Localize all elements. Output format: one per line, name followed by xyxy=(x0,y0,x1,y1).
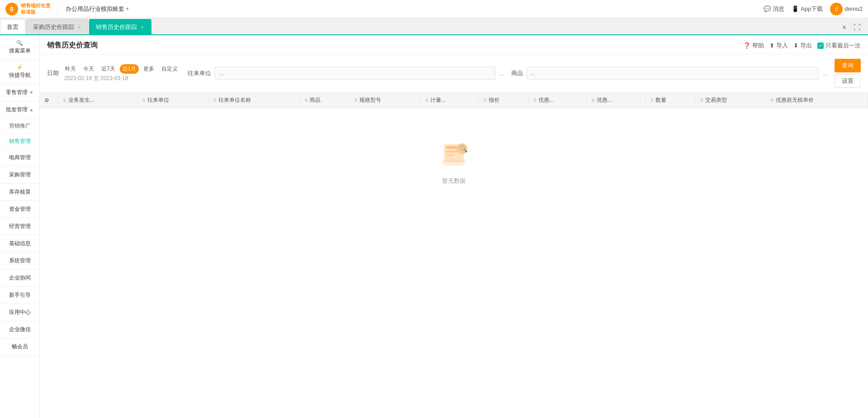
sidebar-item-label: 资金管理 xyxy=(9,205,31,213)
settings-button[interactable]: 设置 xyxy=(835,74,861,88)
partner-input[interactable] xyxy=(215,67,495,80)
partner-dots-btn[interactable]: ... xyxy=(499,70,504,77)
sidebar-item-app-center[interactable]: 应用中心 xyxy=(0,304,39,321)
th-unit[interactable]: ⇅ 计量... xyxy=(420,93,478,108)
product-filter-group: 商品 ... xyxy=(511,67,827,80)
only-last-checkbox[interactable]: ✓ 只看最后一次 xyxy=(817,42,861,50)
th-quantity-label: 数量 xyxy=(656,96,666,104)
export-btn[interactable]: ⬇ 导出 xyxy=(793,42,812,50)
th-quoted-price-label: 报价 xyxy=(489,96,500,104)
th-discount1[interactable]: ⇅ 优惠... xyxy=(528,93,586,108)
th-quantity[interactable]: ⇅ 数量 xyxy=(645,93,695,108)
help-btn[interactable]: ❓ 帮助 xyxy=(743,42,764,50)
user-action[interactable]: d demo2 xyxy=(830,3,863,15)
th-quoted-price[interactable]: ⇅ 报价 xyxy=(478,93,528,108)
app-download-label: App下载 xyxy=(801,5,823,13)
th-pre-tax-price[interactable]: ⇅ 优惠前无税单价 xyxy=(766,93,868,108)
app-download-action[interactable]: 📱 App下载 xyxy=(792,5,823,13)
sidebar-item-inventory-check[interactable]: 库存核算 xyxy=(0,184,39,201)
user-label: demo2 xyxy=(844,5,863,12)
export-label: 导出 xyxy=(800,42,812,50)
sort-icon: ⇅ xyxy=(213,98,217,103)
th-trade-type-label: 交易类型 xyxy=(705,96,727,104)
th-unit-label: 计量... xyxy=(430,96,446,104)
sidebar-item-new-guide[interactable]: 新手引导 xyxy=(0,287,39,304)
sidebar-item-ecommerce-mgmt[interactable]: 电商管理 xyxy=(0,149,39,166)
workspace-selector[interactable]: 办公用品行业模拟账套 ▾ xyxy=(66,5,129,13)
product-input[interactable] xyxy=(527,67,819,80)
th-spec[interactable]: ⇅ 规格型号 xyxy=(349,93,420,108)
sidebar-item-member[interactable]: 畅会员 xyxy=(0,338,39,356)
import-icon: ⬆ xyxy=(769,42,774,49)
tab-purchase-history-label: 采购历史价跟踪 xyxy=(33,23,74,31)
tab-home[interactable]: 首页 xyxy=(0,19,25,34)
th-biz-date[interactable]: ⇅ 业务发生... xyxy=(58,93,137,108)
content-area: 销售历史价查询 ❓ 帮助 ⬆ 导入 ⬇ 导出 ✓ xyxy=(40,35,868,418)
th-partner-code-label: 往来单位 xyxy=(147,96,169,104)
sidebar-item-wholesale-mgmt[interactable]: 批发管理 ▲ xyxy=(0,101,39,119)
th-pre-tax-price-label: 优惠前无税单价 xyxy=(776,96,814,104)
only-last-label: 只看最后一次 xyxy=(826,42,861,50)
sort-icon: ⇅ xyxy=(483,98,487,103)
tab-purchase-history[interactable]: 采购历史价跟踪 × xyxy=(26,19,88,34)
sidebar-item-label: 搜索菜单 xyxy=(9,47,31,55)
svg-text:🔍: 🔍 xyxy=(460,145,468,153)
header-left: 6 销售端好生意 标准版 办公用品行业模拟账套 ▾ xyxy=(5,3,129,15)
th-partner-name[interactable]: ⇅ 往来单位名称 xyxy=(208,93,300,108)
tab-sales-history[interactable]: 销售历史价跟踪 × xyxy=(89,19,151,34)
empty-state-icon: 🔍 xyxy=(436,135,472,171)
sidebar-item-purchase-mgmt[interactable]: 采购管理 xyxy=(0,166,39,184)
window-maximize-btn[interactable]: ⛶ xyxy=(852,23,863,33)
sidebar-item-label: 基础信息 xyxy=(9,240,31,247)
sidebar-item-enterprise-collab[interactable]: 企业协同 xyxy=(0,270,39,287)
tab-home-label: 首页 xyxy=(7,23,19,31)
search-menu-icon: 🔍 xyxy=(16,40,23,46)
partner-filter-group: 往来单位 ... xyxy=(188,67,504,80)
th-trade-type[interactable]: ⇅ 交易类型 xyxy=(695,93,765,108)
sidebar-item-label: 系统管理 xyxy=(9,257,31,265)
table-header: ⚙ ⇅ 业务发生... ⇅ 往来单 xyxy=(40,93,868,108)
query-button[interactable]: 查询 xyxy=(835,59,861,72)
sort-icon: ⇅ xyxy=(533,98,537,103)
tab-sales-history-close[interactable]: × xyxy=(140,24,144,31)
sidebar-item-basic-info[interactable]: 基础信息 xyxy=(0,235,39,252)
th-gear[interactable]: ⚙ xyxy=(40,93,58,108)
sort-icon: ⇅ xyxy=(425,98,429,103)
date-btn-1month[interactable]: 近1月 xyxy=(120,64,139,74)
date-btn-today[interactable]: 今天 xyxy=(80,64,97,74)
th-product[interactable]: ⇅ 商品 xyxy=(300,93,349,108)
empty-text: 暂无数据 xyxy=(442,177,466,185)
th-partner-code[interactable]: ⇅ 往来单位 xyxy=(137,93,208,108)
sidebar-item-marketing[interactable]: 营销推广 xyxy=(0,119,39,134)
sidebar-item-quick-nav[interactable]: ⚡ 快捷导航 xyxy=(0,60,39,84)
sidebar-item-operation-mgmt[interactable]: 经营管理 xyxy=(0,218,39,235)
date-btn-yesterday[interactable]: 昨天 xyxy=(62,64,79,74)
action-buttons: 查询 设置 xyxy=(835,59,861,88)
sidebar-item-enterprise-wechat[interactable]: 企业微信 xyxy=(0,321,39,338)
product-dots-btn[interactable]: ... xyxy=(822,70,827,77)
help-label: 帮助 xyxy=(752,42,764,50)
message-action[interactable]: 💬 消息 xyxy=(764,5,784,13)
sidebar-item-retail-mgmt[interactable]: 零售管理 ▼ xyxy=(0,84,39,101)
sidebar-item-system-mgmt[interactable]: 系统管理 xyxy=(0,252,39,270)
date-filter-row: 昨天 今天 近7天 近1月 更多 自定义 xyxy=(62,64,180,74)
date-btn-custom[interactable]: 自定义 xyxy=(159,64,180,74)
th-partner-name-label: 往来单位名称 xyxy=(218,96,251,104)
sort-icon: ⇅ xyxy=(591,98,595,103)
date-btn-7days[interactable]: 近7天 xyxy=(99,64,118,74)
date-btn-more[interactable]: 更多 xyxy=(141,64,157,74)
tab-purchase-history-close[interactable]: × xyxy=(77,24,81,31)
sidebar-item-search-menu[interactable]: 🔍 搜索菜单 xyxy=(0,35,39,60)
page-header-actions: ❓ 帮助 ⬆ 导入 ⬇ 导出 ✓ 只看最后一次 xyxy=(743,42,861,50)
window-close-btn[interactable]: × xyxy=(840,23,848,33)
tab-sales-history-label: 销售历史价跟踪 xyxy=(96,23,137,31)
quick-nav-icon: ⚡ xyxy=(16,64,23,71)
sidebar-item-finance-mgmt[interactable]: 资金管理 xyxy=(0,201,39,218)
sidebar-item-label: 营销推广 xyxy=(9,123,31,129)
sidebar-item-sales-mgmt[interactable]: 销售管理 xyxy=(0,134,39,149)
logo-icon: 6 xyxy=(5,3,18,15)
th-discount2[interactable]: ⇅ 优惠... xyxy=(587,93,645,108)
th-spec-label: 规格型号 xyxy=(359,96,381,104)
import-btn[interactable]: ⬆ 导入 xyxy=(769,42,788,50)
window-controls: × ⛶ xyxy=(840,23,868,34)
